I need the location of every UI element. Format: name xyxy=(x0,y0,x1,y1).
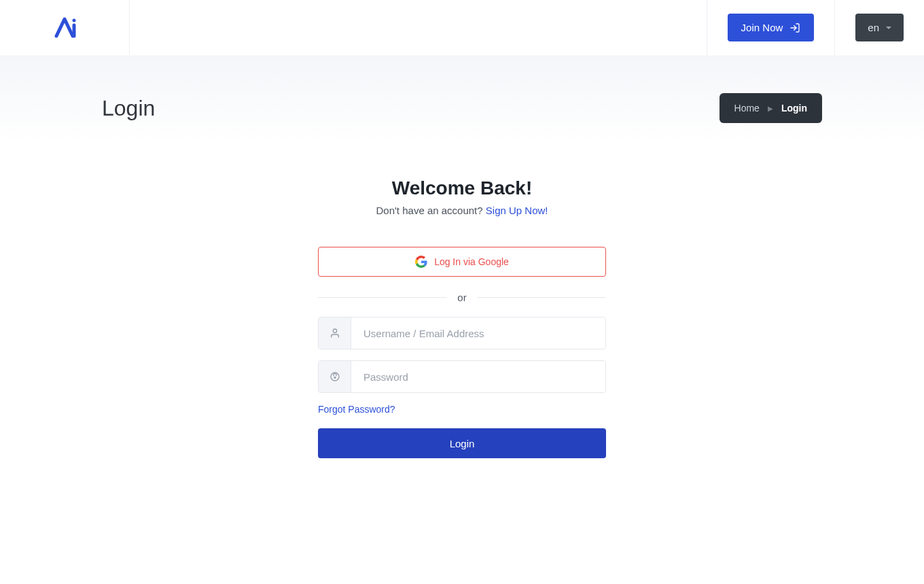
login-form: Welcome Back! Don't have an account? Sig… xyxy=(318,177,606,458)
divider: or xyxy=(318,292,606,303)
join-now-button[interactable]: Join Now xyxy=(728,14,815,41)
google-icon xyxy=(415,256,427,268)
username-icon-box xyxy=(319,317,351,349)
google-login-button[interactable]: Log In via Google xyxy=(318,247,606,277)
main-content: Welcome Back! Don't have an account? Sig… xyxy=(0,143,924,458)
site-header: Join Now en xyxy=(0,0,924,56)
site-logo[interactable] xyxy=(51,16,78,40)
login-button[interactable]: Login xyxy=(318,428,606,458)
breadcrumb: Home ▶ Login xyxy=(719,93,822,123)
chevron-down-icon xyxy=(886,27,891,29)
divider-text: or xyxy=(457,292,466,303)
password-input[interactable] xyxy=(351,361,605,392)
svg-point-5 xyxy=(334,377,336,378)
password-group xyxy=(318,360,606,393)
svg-point-3 xyxy=(333,329,336,332)
password-icon-box xyxy=(319,361,351,392)
breadcrumb-home[interactable]: Home xyxy=(734,103,760,114)
join-now-label: Join Now xyxy=(741,22,783,33)
signup-prompt-text: Don't have an account? xyxy=(376,205,485,216)
username-group xyxy=(318,317,606,349)
login-arrow-icon xyxy=(789,22,800,33)
logo-section xyxy=(0,16,129,40)
forgot-password-link[interactable]: Forgot Password? xyxy=(318,404,606,415)
breadcrumb-current: Login xyxy=(781,103,807,114)
user-icon xyxy=(330,328,340,339)
welcome-title: Welcome Back! xyxy=(318,177,606,199)
language-label: en xyxy=(868,22,879,33)
chevron-right-icon: ▶ xyxy=(768,105,773,112)
divider-line-right xyxy=(477,297,606,298)
google-login-label: Log In via Google xyxy=(434,256,509,267)
divider-line-left xyxy=(318,297,447,298)
header-actions: Join Now en xyxy=(707,0,924,55)
signup-link[interactable]: Sign Up Now! xyxy=(486,205,548,216)
nav-section xyxy=(129,0,707,55)
page-title: Login xyxy=(102,96,155,121)
lock-icon xyxy=(330,371,340,382)
language-select[interactable]: en xyxy=(855,14,904,41)
join-group: Join Now xyxy=(707,0,835,55)
signup-prompt: Don't have an account? Sign Up Now! xyxy=(318,205,606,216)
form-header: Welcome Back! Don't have an account? Sig… xyxy=(318,177,606,216)
svg-point-1 xyxy=(73,18,76,22)
page-subheader: Login Home ▶ Login xyxy=(0,56,924,143)
lang-group: en xyxy=(834,0,924,55)
username-input[interactable] xyxy=(351,317,605,349)
